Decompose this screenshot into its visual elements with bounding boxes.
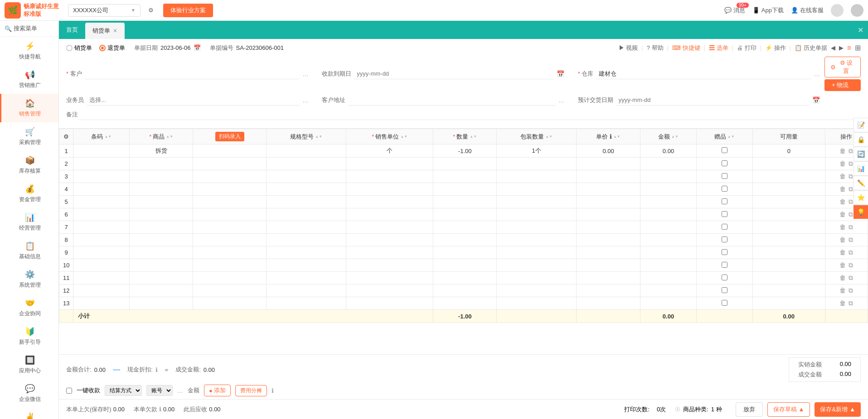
radio-sales[interactable]: 销货单: [66, 44, 92, 52]
row-spec[interactable]: [267, 144, 346, 158]
copy-icon[interactable]: ⧉: [849, 185, 853, 193]
list-view-icon[interactable]: ≡: [847, 44, 851, 52]
help-link[interactable]: ? 帮助: [647, 44, 664, 52]
float-btn-3[interactable]: 🔄: [853, 147, 868, 161]
company-selector[interactable]: XXXXXX公司 ▼: [68, 4, 141, 17]
shortcut-link[interactable]: ⌨ 快捷键: [672, 44, 700, 52]
grid-view-icon[interactable]: ⊞: [855, 43, 861, 52]
payment-account-select[interactable]: 账号: [146, 385, 173, 396]
warehouse-input[interactable]: [596, 68, 811, 79]
product-type-icon[interactable]: ☉: [675, 406, 680, 413]
expense-info-icon[interactable]: ℹ: [272, 387, 274, 394]
video-link[interactable]: ▶ 视频: [619, 44, 638, 52]
delete-icon[interactable]: 🗑: [839, 299, 846, 307]
trial-button[interactable]: 体验行业方案: [163, 4, 213, 17]
row-barcode[interactable]: [73, 144, 130, 158]
minus-icon[interactable]: —: [113, 366, 120, 374]
delete-icon[interactable]: 🗑: [839, 249, 846, 256]
copy-icon[interactable]: ⧉: [849, 287, 853, 294]
close-all-button[interactable]: ✕: [858, 26, 863, 34]
copy-icon[interactable]: ⧉: [849, 274, 853, 282]
float-btn-5[interactable]: ✏️: [853, 176, 868, 190]
delete-icon[interactable]: 🗑: [839, 185, 846, 193]
user-profile[interactable]: [851, 4, 863, 17]
sidebar-item-wechat[interactable]: 💬 企业微信: [0, 379, 58, 408]
due-date-input[interactable]: [354, 68, 553, 79]
warehouse-more-icon[interactable]: …: [814, 71, 820, 77]
calendar-icon[interactable]: 📅: [194, 44, 201, 51]
row-price[interactable]: [577, 158, 640, 170]
settings-button[interactable]: ⚙ ⚙ 设置: [824, 57, 861, 77]
history-link[interactable]: 📋 历史单据: [795, 44, 827, 52]
app-download-button[interactable]: 📱 App下载: [752, 6, 784, 14]
address-more-icon[interactable]: …: [558, 97, 564, 104]
print-link[interactable]: 🖨 打印: [737, 44, 756, 52]
tab-sales-order[interactable]: 销货单 ✕: [85, 23, 125, 39]
sidebar-item-enterprise[interactable]: 🤝 企业协同: [0, 294, 58, 322]
next-icon[interactable]: ▶: [839, 44, 844, 51]
save-draft-button[interactable]: 保存草稿 ▲: [767, 402, 810, 417]
tab-home[interactable]: 首页: [59, 21, 85, 39]
message-button[interactable]: 💬 消息 99+: [724, 6, 745, 14]
save-new-button[interactable]: 保存&新增 ▲: [815, 402, 861, 417]
sidebar-item-purchase[interactable]: 🛒 采购管理: [0, 122, 58, 151]
float-btn-orange[interactable]: 💡: [853, 205, 868, 219]
copy-icon[interactable]: ⧉: [849, 160, 853, 168]
delivery-date-input[interactable]: [616, 95, 810, 106]
row-amount[interactable]: [640, 158, 697, 170]
delete-icon[interactable]: 🗑: [839, 287, 846, 294]
delete-icon[interactable]: 🗑: [839, 223, 846, 231]
row-pack-qty[interactable]: [497, 158, 577, 170]
copy-icon[interactable]: ⧉: [849, 249, 853, 256]
sidebar-item-system[interactable]: ⚙️ 系统管理: [0, 265, 58, 294]
tab-close-icon[interactable]: ✕: [113, 28, 117, 34]
row-unit[interactable]: [346, 158, 433, 170]
sidebar-item-sales[interactable]: 🏠 销售管理: [0, 94, 58, 122]
delete-icon[interactable]: 🗑: [839, 261, 846, 269]
row-qty[interactable]: [433, 158, 497, 170]
copy-icon[interactable]: ⧉: [849, 198, 853, 206]
sidebar-item-vip[interactable]: ✌️ 畅会员: [0, 408, 58, 419]
delete-icon[interactable]: 🗑: [839, 160, 846, 168]
copy-icon[interactable]: ⧉: [849, 236, 853, 244]
search-menu-button[interactable]: 🔍 搜索菜单: [0, 21, 58, 37]
row-unit[interactable]: 个: [346, 144, 433, 158]
sidebar-item-finance[interactable]: 💰 资金管理: [0, 179, 58, 208]
notes-input[interactable]: [78, 109, 861, 120]
delete-icon[interactable]: 🗑: [839, 211, 846, 218]
row-price[interactable]: 0.00: [577, 144, 640, 158]
payment-more-icon[interactable]: …: [177, 387, 183, 394]
sidebar-item-inventory[interactable]: 📦 库存核算: [0, 151, 58, 179]
delete-icon[interactable]: 🗑: [839, 198, 846, 206]
delete-icon[interactable]: 🗑: [839, 236, 846, 244]
salesperson-more-icon[interactable]: …: [302, 97, 308, 104]
sidebar-item-quick-nav[interactable]: ⚡ 快捷导航: [0, 37, 58, 65]
row-pack-qty[interactable]: 1个: [497, 144, 577, 158]
logistics-button[interactable]: + 物流: [824, 79, 861, 91]
copy-icon[interactable]: ⧉: [849, 299, 853, 307]
sidebar-item-operations[interactable]: 📊 经营管理: [0, 208, 58, 236]
operations-link[interactable]: ⚡ 操作: [765, 44, 786, 52]
choose-link[interactable]: ☰ 选单: [709, 44, 728, 52]
payment-method-select[interactable]: 结算方式: [105, 385, 142, 396]
copy-icon[interactable]: ⧉: [849, 173, 853, 180]
sidebar-item-appstore[interactable]: 🔲 应用中心: [0, 351, 58, 379]
copy-icon[interactable]: ⧉: [849, 261, 853, 269]
row-product[interactable]: [130, 158, 193, 170]
avatar[interactable]: [831, 4, 844, 17]
float-btn-2[interactable]: 🔒: [853, 132, 868, 147]
float-btn-4[interactable]: 📊: [853, 161, 868, 176]
float-btn-6[interactable]: ⭐: [853, 190, 868, 205]
delete-icon[interactable]: 🗑: [839, 274, 846, 282]
delete-icon[interactable]: 🗑: [839, 147, 846, 155]
address-input[interactable]: [348, 95, 555, 106]
delivery-date-calendar-icon[interactable]: 📅: [812, 96, 820, 104]
total-debt-icon[interactable]: ℹ: [159, 406, 161, 413]
sidebar-item-basics[interactable]: 📋 基础信息: [0, 236, 58, 265]
prev-icon[interactable]: ◀: [831, 44, 835, 51]
float-btn-1[interactable]: 📝: [853, 118, 868, 132]
add-payment-button[interactable]: ● 添加: [204, 385, 231, 396]
salesperson-input[interactable]: [87, 95, 300, 106]
copy-icon[interactable]: ⧉: [849, 147, 853, 155]
abandon-button[interactable]: 放弃: [736, 402, 763, 417]
